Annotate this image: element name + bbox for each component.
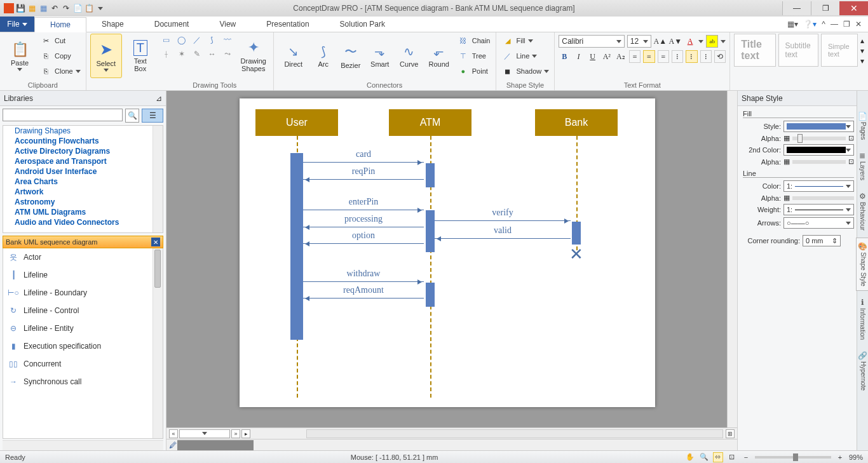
dim-tool-icon[interactable]: ↔ bbox=[206, 48, 219, 60]
tab-home[interactable]: Home bbox=[34, 17, 86, 32]
arrows-select[interactable]: ○——○ bbox=[783, 217, 854, 229]
bold-icon[interactable]: B bbox=[559, 50, 570, 63]
page-tab[interactable] bbox=[179, 429, 230, 438]
tree-item[interactable]: Drawing Shapes bbox=[3, 126, 163, 136]
tab-document[interactable]: Document bbox=[139, 17, 205, 32]
canvas-vscroll[interactable] bbox=[727, 91, 737, 427]
sidetab-shape-style[interactable]: 🎨Shape Style bbox=[856, 238, 868, 291]
exec-atm-1[interactable] bbox=[426, 163, 435, 187]
sidetab-pages[interactable]: 📄Pages bbox=[856, 107, 868, 144]
msg-option[interactable]: option bbox=[303, 231, 424, 242]
fill-alpha-slider[interactable] bbox=[792, 137, 846, 140]
valign-top-icon[interactable]: ⫶ bbox=[672, 50, 683, 63]
zoom-in-icon[interactable]: + bbox=[835, 452, 845, 462]
connector-smart[interactable]: ⬎Smart bbox=[367, 34, 393, 78]
align-left-icon[interactable]: ≡ bbox=[629, 50, 641, 63]
second-color-select[interactable] bbox=[783, 144, 854, 156]
msg-card[interactable]: card bbox=[303, 149, 424, 161]
line-button[interactable]: ／Line bbox=[500, 49, 551, 63]
qat-undo-icon[interactable]: ↶ bbox=[50, 3, 60, 13]
grow-font-icon[interactable]: A▲ bbox=[654, 35, 667, 48]
style-simple[interactable]: Simple text bbox=[821, 34, 858, 67]
lib-item-sync[interactable]: →Synchronous call bbox=[3, 373, 163, 391]
copy-button[interactable]: ⎘Copy bbox=[38, 49, 82, 63]
zoom-tool-icon[interactable]: 🔍 bbox=[699, 452, 709, 462]
msg-withdraw[interactable]: withdraw bbox=[303, 269, 424, 280]
canvas-hscroll[interactable] bbox=[306, 429, 723, 438]
tree-item[interactable]: Accounting Flowcharts bbox=[3, 136, 163, 146]
minimize-button[interactable]: — bbox=[782, 1, 811, 15]
subscript-icon[interactable]: A₂ bbox=[615, 50, 627, 63]
tab-view[interactable]: View bbox=[204, 17, 251, 32]
qat-save-icon[interactable]: 💾 bbox=[15, 3, 25, 13]
align-center-icon[interactable]: ≡ bbox=[643, 50, 654, 63]
library-close-icon[interactable]: ✕ bbox=[151, 238, 160, 246]
tree-item[interactable]: ATM UML Diagrams bbox=[3, 207, 163, 217]
gallery-down-icon[interactable]: ▾ bbox=[860, 46, 864, 55]
help-icon[interactable]: ❔▾ bbox=[803, 20, 817, 29]
curve-tool-icon[interactable]: 〰 bbox=[221, 34, 234, 46]
lib-item-concurrent[interactable]: ▯▯Concurrent bbox=[3, 355, 163, 373]
tab-shape[interactable]: Shape bbox=[86, 17, 139, 32]
library-section-header[interactable]: Bank UML sequence diagram ✕ bbox=[3, 236, 163, 248]
pin-icon[interactable]: ⊿ bbox=[156, 94, 162, 103]
panels-icon[interactable]: ▦▾ bbox=[787, 20, 798, 29]
italic-icon[interactable]: I bbox=[573, 50, 584, 63]
fill-button[interactable]: ◢Fill bbox=[500, 34, 551, 48]
lib-item-boundary[interactable]: ⊢○Lifeline - Boundary bbox=[3, 284, 163, 302]
shadow-button[interactable]: ◼Shadow bbox=[500, 64, 551, 78]
drawing-page[interactable]: User ATM Bank ✕ card reqPin bbox=[240, 98, 655, 407]
qat-icon-7[interactable]: 📄 bbox=[72, 3, 83, 13]
tree-item[interactable]: Android User Interface bbox=[3, 166, 163, 177]
msg-reqamount[interactable]: reqAmount bbox=[303, 285, 424, 297]
page-add-icon[interactable]: ▸ bbox=[241, 429, 250, 438]
line-weight-select[interactable]: 1: bbox=[783, 204, 854, 215]
text-dir-icon[interactable]: ⟲ bbox=[714, 50, 726, 63]
line-alpha-slider[interactable] bbox=[792, 196, 854, 200]
tree-item[interactable]: Artwork bbox=[3, 187, 163, 197]
connector-bezier[interactable]: 〜Bezier bbox=[337, 34, 364, 78]
alpha-reset-icon[interactable]: ⊡ bbox=[848, 134, 854, 142]
paste-button[interactable]: 📋 Paste bbox=[4, 34, 36, 78]
connector-curve[interactable]: ∿Curve bbox=[396, 34, 423, 78]
align-right-icon[interactable]: ≡ bbox=[658, 50, 669, 63]
lib-item-exec[interactable]: ▮Execution specification bbox=[3, 337, 163, 355]
search-button[interactable]: 🔍 bbox=[125, 109, 139, 123]
drawing-shapes-button[interactable]: ✦ Drawing Shapes bbox=[238, 34, 269, 78]
collapse-ribbon-icon[interactable]: ^ bbox=[822, 20, 825, 29]
tree-item[interactable]: Area Charts bbox=[3, 177, 163, 187]
point-button[interactable]: ●Point bbox=[456, 64, 492, 78]
lib-item-entity[interactable]: ⊖Lifeline - Entity bbox=[3, 319, 163, 337]
chain-button[interactable]: ⛓Chain bbox=[456, 34, 492, 48]
shrink-font-icon[interactable]: A▼ bbox=[669, 35, 682, 48]
exec-bank[interactable] bbox=[572, 222, 581, 245]
exec-atm-3[interactable] bbox=[426, 283, 435, 307]
qat-icon-8[interactable]: 📋 bbox=[84, 3, 94, 13]
sidetab-layers[interactable]: ≣Layers bbox=[857, 147, 868, 185]
second-alpha-slider[interactable] bbox=[792, 160, 846, 164]
zoom-level[interactable]: 99% bbox=[849, 453, 863, 461]
lifeline-atm[interactable]: ATM bbox=[389, 109, 471, 136]
mdi-min-icon[interactable]: — bbox=[831, 20, 838, 29]
mdi-max-icon[interactable]: ❐ bbox=[843, 20, 850, 29]
font-family-select[interactable]: Calibri bbox=[559, 35, 624, 48]
line-color-select[interactable]: 1: bbox=[783, 180, 854, 192]
fit-page-icon[interactable]: ⊡ bbox=[727, 452, 737, 462]
lifeline-bank[interactable]: Bank bbox=[535, 109, 618, 136]
connector-arc[interactable]: ⟆Arc bbox=[312, 34, 335, 78]
exec-atm-2[interactable] bbox=[426, 210, 435, 252]
font-color-icon[interactable]: A bbox=[684, 35, 696, 48]
msg-processing[interactable]: processing bbox=[303, 214, 424, 225]
fit-width-icon[interactable]: ⬄ bbox=[713, 452, 723, 462]
zoom-out-icon[interactable]: − bbox=[741, 452, 751, 462]
tree-item[interactable]: Audio and Video Connectors bbox=[3, 217, 163, 227]
arc-tool-icon[interactable]: ⟆ bbox=[206, 34, 219, 46]
style-title[interactable]: Title text bbox=[734, 34, 775, 67]
qat-icon-3[interactable]: ▦ bbox=[27, 3, 37, 13]
corner-rounding-input[interactable]: 0 mm⇕ bbox=[803, 235, 841, 246]
line-tool-icon[interactable]: ／ bbox=[191, 34, 203, 46]
lib-item-control[interactable]: ↻Lifeline - Control bbox=[3, 302, 163, 319]
free-tool-icon[interactable]: ✎ bbox=[191, 48, 203, 60]
maximize-button[interactable]: ❐ bbox=[811, 1, 839, 15]
conn-tool-icon[interactable]: ⤳ bbox=[221, 48, 234, 60]
